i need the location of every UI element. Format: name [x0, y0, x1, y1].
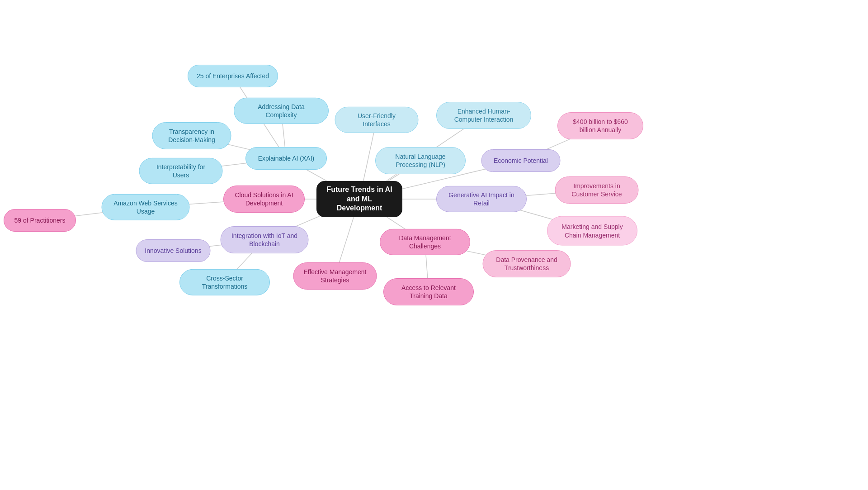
node-cloud_solutions: Cloud Solutions in AI Development [223, 186, 305, 213]
node-aws: Amazon Web Services Usage [102, 194, 190, 220]
node-generative_ai: Generative AI Impact in Retail [436, 186, 527, 212]
node-effective_mgmt: Effective Management Strategies [293, 262, 377, 290]
node-400billion: $400 billion to $660 billion Annually [557, 112, 643, 139]
node-center: Future Trends in AI and ML Development [316, 181, 402, 217]
node-user_friendly: User-Friendly Interfaces [335, 107, 419, 133]
node-innovative: Innovative Solutions [136, 239, 211, 262]
node-marketing: Marketing and Supply Chain Management [547, 216, 637, 246]
node-transparency: Transparency in Decision-Making [152, 122, 231, 149]
node-data_mgmt: Data Management Challenges [380, 229, 470, 255]
node-data_provenance: Data Provenance and Trustworthiness [483, 250, 571, 277]
node-enterprises: 25 of Enterprises Affected [188, 65, 278, 87]
node-practitioners: 59 of Practitioners [4, 209, 76, 232]
node-customer_service: Improvements in Customer Service [555, 176, 639, 204]
node-iot_blockchain: Integration with IoT and Blockchain [221, 226, 309, 253]
node-data_complexity: Addressing Data Complexity [234, 98, 329, 124]
node-training_data: Access to Relevant Training Data [383, 278, 474, 305]
mindmap-container: Future Trends in AI and ML Development25… [0, 0, 868, 490]
node-nlp: Natural Language Processing (NLP) [375, 147, 466, 174]
node-interpretability: Interpretability for Users [139, 158, 223, 184]
node-economic: Economic Potential [481, 149, 561, 172]
node-cross_sector: Cross-Sector Transformations [179, 269, 270, 295]
node-xai: Explainable AI (XAI) [245, 147, 327, 170]
node-human_computer: Enhanced Human-Computer Interaction [436, 102, 531, 129]
